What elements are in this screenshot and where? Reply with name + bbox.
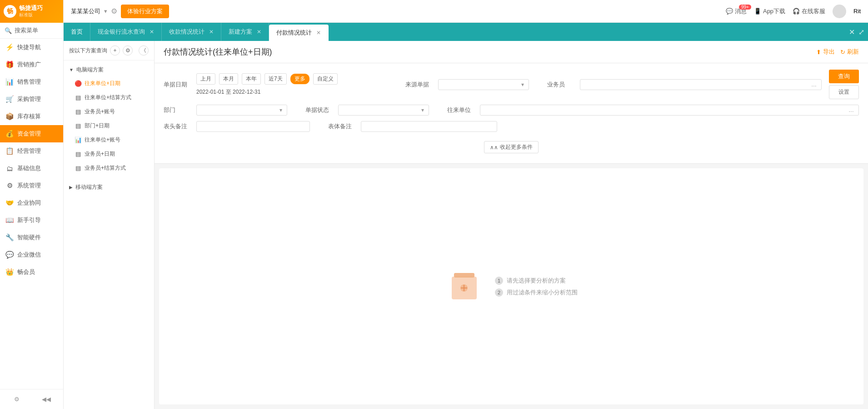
date-btn-last-month[interactable]: 上月 [196,73,215,85]
body-note-input[interactable] [361,121,497,132]
tab-close-payout-stats[interactable]: ✕ [316,30,321,36]
tab-bank-flow[interactable]: 现金银行流水查询✕ [90,23,162,41]
staff-date-label: 业务员+日期 [85,150,115,158]
bill-status-arrow: ▾ [421,107,424,113]
partner-date-label: 往来单位+日期 [85,80,120,87]
system-label: 系统管理 [17,182,41,190]
scheme-item-partner-account[interactable]: 📊往来单位+账号 [64,133,154,147]
sidebar: 畅 畅捷通巧 标准版 🔍 搜索菜单 ⚡快捷导航🎁营销推广📊销售管理🛒采购管理📦库… [0,0,64,409]
scheme-item-dept-date[interactable]: ▤部门+日期 [64,119,154,133]
staff-settle-label: 业务员+结算方式 [85,164,126,172]
empty-icon [445,268,481,305]
expand-btn[interactable]: ⤢ [858,28,864,36]
sidebar-nav: ⚡快捷导航🎁营销推广📊销售管理🛒采购管理📦库存核算💰资金管理📋经营管理🗂基础信息… [0,39,63,281]
tab-label-bank-flow: 现金银行流水查询 [98,28,145,36]
page-header-actions: ⬆ 导出 ↻ 刷新 [816,48,859,56]
tab-home[interactable]: 首页 [64,23,90,41]
tab-payout-stats[interactable]: 付款情况统计✕ [269,25,329,41]
enterprise-icon: 🤝 [5,199,14,207]
tab-label-home: 首页 [71,28,83,36]
sidebar-settings-btn[interactable]: ⚙ [4,393,30,405]
bill-status-label: 单据状态 [305,106,331,114]
filter-dates: 上月 本月 本年 近7天 更多 自定义 2022-01-01 至 2022-12… [196,73,387,96]
sidebar-item-finance[interactable]: 💰资金管理 [0,125,63,142]
tab-close-payment-stats[interactable]: ✕ [209,29,214,35]
app-download-btn[interactable]: 📱 App下载 [754,7,785,15]
member-label: 畅会员 [17,268,35,276]
staff-label: 业务员 [547,81,573,89]
topbar-settings-icon[interactable]: ⚙ [111,7,117,15]
lph-add-btn[interactable]: + [110,45,120,56]
scheme-item-partner-settle[interactable]: ▤往来单位+结算方式 [64,91,154,105]
partner-select[interactable]: … [480,105,859,116]
sidebar-item-purchase[interactable]: 🛒采购管理 [0,91,63,108]
sidebar-header: 畅 畅捷通巧 标准版 [0,0,63,23]
sidebar-item-quick-nav[interactable]: ⚡快捷导航 [0,39,63,56]
filter-row-1: 单据日期 上月 本月 本年 近7天 更多 自定义 2022-01-01 至 20… [164,70,859,99]
bill-status-select[interactable]: ▾ [338,105,429,116]
filter-row-2: 部门 ▾ 单据状态 ▾ 往来单位 … [164,105,859,116]
sidebar-collapse-btn[interactable]: ◀◀ [34,393,60,405]
dept-select[interactable]: ▾ [196,105,287,116]
tab-close-new-scheme[interactable]: ✕ [257,29,261,35]
scheme-item-partner-date[interactable]: 🔴往来单位+日期 [64,76,154,91]
export-icon: ⬆ [816,49,821,56]
section-label-desktop: 电脑端方案 [76,66,104,74]
section-header-desktop[interactable]: ▼电脑端方案 [64,63,154,76]
refresh-btn[interactable]: ↻ 刷新 [840,48,859,56]
sidebar-item-enterprise[interactable]: 🤝企业协同 [0,194,63,212]
staff-select[interactable]: … [580,79,822,90]
app-label: App下载 [763,7,785,15]
user-avatar[interactable] [833,5,846,18]
date-btn-custom[interactable]: 自定义 [313,73,338,85]
tab-close-bank-flow[interactable]: ✕ [150,29,154,35]
scheme-item-staff-account[interactable]: ▤业务员+账号 [64,105,154,119]
message-btn[interactable]: 💬 消息 99+ [726,7,747,15]
tabs-container: 首页现金银行流水查询✕收款情况统计✕新建方案✕付款情况统计✕ [64,23,329,41]
tab-payment-stats[interactable]: 收款情况统计✕ [162,23,221,41]
section-header-mobile[interactable]: ▶移动端方案 [64,181,154,194]
sidebar-item-operations[interactable]: 📋经营管理 [0,142,63,160]
lph-left: 按以下方案查询 + ⚙ [69,45,133,56]
svg-rect-1 [454,273,474,278]
date-btn-this-month[interactable]: 本月 [219,73,238,85]
sales-icon: 📊 [5,78,14,86]
sidebar-item-guide[interactable]: 📖新手引导 [0,212,63,229]
query-btn[interactable]: 查询 [829,70,859,83]
topbar-dropdown-icon[interactable]: ▾ [104,8,107,15]
source-select[interactable]: ▾ [438,79,529,90]
sidebar-item-system[interactable]: ⚙系统管理 [0,177,63,194]
sidebar-search[interactable]: 🔍 搜索菜单 [0,23,63,39]
wechat-label: 企业微信 [17,251,41,259]
collapse-label: 收起更多条件 [500,143,533,151]
head-note-input[interactable] [196,121,310,132]
sidebar-item-member[interactable]: 👑畅会员 [0,263,63,281]
filter-settings-btn[interactable]: 设置 [829,85,859,99]
lph-settings-btn[interactable]: ⚙ [123,45,133,56]
lph-collapse-btn[interactable]: 《 [139,45,149,56]
collapse-btn[interactable]: ∧∧ 收起更多条件 [484,141,539,153]
date-btn-more[interactable]: 更多 [290,74,309,84]
sidebar-item-sales[interactable]: 📊销售管理 [0,73,63,91]
content-area: 按以下方案查询 + ⚙ 《 ▼电脑端方案🔴往来单位+日期▤往来单位+结算方式▤业… [64,41,868,409]
scheme-item-staff-settle[interactable]: ▤业务员+结算方式 [64,161,154,175]
sidebar-item-basic-info[interactable]: 🗂基础信息 [0,160,63,177]
empty-hint-2: 2 用过滤条件来缩小分析范围 [495,288,578,297]
tabbar-actions: ✕ ⤢ [845,23,868,41]
export-btn[interactable]: ⬆ 导出 [816,48,835,56]
sidebar-item-inventory[interactable]: 📦库存核算 [0,108,63,125]
company-name: 某某某公司 [71,7,100,15]
date-btn-this-year[interactable]: 本年 [242,73,261,85]
collapse-icon: ∧∧ [490,144,498,151]
online-service-btn[interactable]: 🎧 在线客服 [793,7,825,15]
partner-account-scheme-icon: 📊 [75,136,82,144]
sidebar-item-smart-hw[interactable]: 🔧智能硬件 [0,229,63,246]
tab-new-scheme[interactable]: 新建方案✕ [221,23,269,41]
sidebar-item-wechat[interactable]: 💬企业微信 [0,246,63,263]
trial-btn[interactable]: 体验行业方案 [121,5,169,18]
date-btn-7days[interactable]: 近7天 [264,73,287,85]
inventory-label: 库存核算 [17,112,41,121]
sidebar-item-marketing[interactable]: 🎁营销推广 [0,56,63,73]
close-all-btn[interactable]: ✕ [849,28,855,36]
scheme-item-staff-date[interactable]: ▤业务员+日期 [64,147,154,161]
